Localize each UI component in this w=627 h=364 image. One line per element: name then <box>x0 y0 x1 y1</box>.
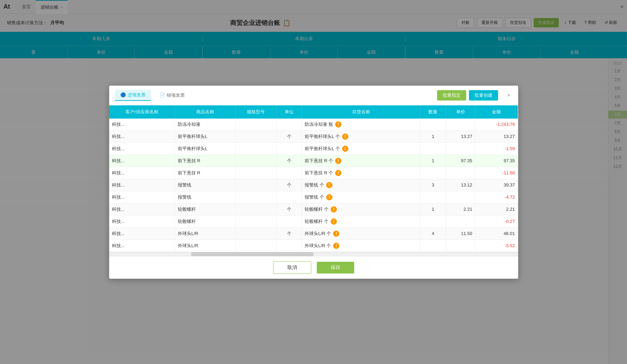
table-row: 科技...前平衡杆球头L个前平衡杆球头L 个!113.2713.27 <box>109 130 518 142</box>
table-row: 科技...前下悬挂 R个前下悬挂 R 个!197.3597.35 <box>109 155 518 167</box>
warning-icon[interactable]: ! <box>333 231 339 237</box>
table-row: 科技...轮毂螺杆轮毂螺杆 个!-0.27 <box>109 215 518 227</box>
incoming-icon: 🔵 <box>120 92 126 97</box>
table-row: 科技...外球头L/R个外球头L/R 个!411.5046.01 <box>109 227 518 240</box>
th-goods: 商品名称 <box>175 105 236 119</box>
outgoing-icon: 📄 <box>159 93 165 98</box>
table-row: 科技...前下悬挂 R前下悬挂 R 个!-11.68 <box>109 167 518 179</box>
invoice-table: 客户/供应商名称 商品名称 规格型号 单位 存货名称 数量 单价 金额 科技..… <box>109 105 518 252</box>
modal-footer: 取消 保存 <box>109 256 518 279</box>
invoice-table-body: 科技...防冻冷却液防冻冷却液 瓶!-1,243.76科技...前平衡杆球头L个… <box>109 119 518 252</box>
table-row: 科技...报警线报警线 个!-4.72 <box>109 191 518 203</box>
th-unit: 单位 <box>276 105 302 119</box>
modal-scroll-thumb[interactable] <box>191 252 314 256</box>
warning-icon[interactable]: ! <box>335 170 341 176</box>
modal-overlay: 🔵 进项发票 📄 销项发票 批量指定 批量创建 × 客户/供应商名称 商品名称 … <box>0 0 627 364</box>
warning-icon[interactable]: ! <box>342 133 348 140</box>
th-price: 单价 <box>446 105 475 119</box>
tab-incoming-invoice[interactable]: 🔵 进项发票 <box>115 90 151 101</box>
modal-scroll-bar[interactable] <box>109 252 518 256</box>
th-supplier: 客户/供应商名称 <box>109 105 175 119</box>
batch-create-button[interactable]: 批量创建 <box>469 90 498 101</box>
table-row: 科技...前平衡杆球头L前平衡杆球头L 个!-1.59 <box>109 142 518 155</box>
warning-icon[interactable]: ! <box>335 121 341 128</box>
warning-icon[interactable]: ! <box>331 206 337 213</box>
warning-icon[interactable]: ! <box>335 158 341 164</box>
warning-icon[interactable]: ! <box>331 218 337 225</box>
save-button[interactable]: 保存 <box>317 262 354 274</box>
th-amount: 金额 <box>475 105 518 119</box>
invoice-modal: 🔵 进项发票 📄 销项发票 批量指定 批量创建 × 客户/供应商名称 商品名称 … <box>109 86 518 279</box>
table-row: 科技...报警线个报警线 个!313.1239.37 <box>109 179 518 191</box>
warning-icon[interactable]: ! <box>326 182 332 188</box>
warning-icon[interactable]: ! <box>342 146 348 152</box>
table-row: 科技...轮毂螺杆个轮毂螺杆 个!12.212.21 <box>109 203 518 215</box>
table-header-row: 客户/供应商名称 商品名称 规格型号 单位 存货名称 数量 单价 金额 <box>109 105 518 119</box>
tab-outgoing-invoice[interactable]: 📄 销项发票 <box>154 90 190 101</box>
th-qty: 数量 <box>420 105 446 119</box>
warning-icon[interactable]: ! <box>326 194 332 200</box>
th-spec: 规格型号 <box>235 105 276 119</box>
table-row: 科技...防冻冷却液防冻冷却液 瓶!-1,243.76 <box>109 119 518 131</box>
modal-table-wrapper[interactable]: 客户/供应商名称 商品名称 规格型号 单位 存货名称 数量 单价 金额 科技..… <box>109 105 518 252</box>
batch-assign-button[interactable]: 批量指定 <box>437 90 466 101</box>
table-row: 科技...外球头L/R外球头L/R 个!-5.52 <box>109 240 518 252</box>
warning-icon[interactable]: ! <box>333 243 339 249</box>
modal-close-button[interactable]: × <box>505 92 512 99</box>
cancel-button[interactable]: 取消 <box>273 261 311 274</box>
th-inventory: 存货名称 <box>302 105 420 119</box>
modal-header: 🔵 进项发票 📄 销项发票 批量指定 批量创建 × <box>109 86 518 105</box>
